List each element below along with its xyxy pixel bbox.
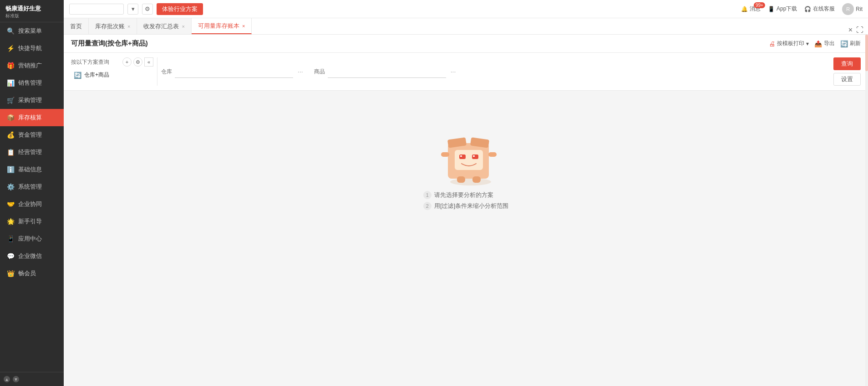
app-download-button[interactable]: 📱 App下载 [768, 5, 797, 13]
dropdown-button[interactable]: ▾ [127, 4, 138, 15]
message-button[interactable]: 🔔 消息 99+ [741, 5, 761, 13]
customer-service-button[interactable]: 🎧 在线客服 [804, 5, 835, 13]
scheme-item-warehouse-product[interactable]: 🔄 仓库+商品 [71, 69, 153, 81]
sidebar-item-appcenter[interactable]: 📱 应用中心 [0, 230, 64, 247]
empty-tip-2: 2 用[过滤]条件来缩小分析范围 [423, 202, 508, 210]
refresh-label: 刷新 [850, 40, 861, 47]
sidebar-scroll-down[interactable]: ▼ [13, 376, 19, 382]
tab-available-ledger[interactable]: 可用量库存账本 × [192, 18, 252, 34]
sidebar-item-newbie[interactable]: 🌟 新手引导 [0, 213, 64, 230]
sidebar-item-label: 系统管理 [18, 183, 42, 191]
query-button[interactable]: 查询 [833, 57, 861, 70]
gift-icon: 🎁 [6, 62, 15, 69]
sidebar-item-purchase[interactable]: 🛒 采购管理 [0, 92, 64, 109]
chevron-down-icon: ▾ [132, 5, 135, 12]
sidebar-item-label: 经营管理 [18, 148, 42, 156]
settings-button[interactable]: 设置 [833, 73, 861, 86]
svg-rect-6 [472, 154, 478, 159]
svg-rect-9 [441, 152, 449, 157]
export-button[interactable]: 📤 导出 [814, 40, 835, 47]
tab-batch-account-label: 库存批次账 [95, 22, 125, 31]
page-title: 可用量查询(按仓库+商品) [71, 39, 148, 48]
sidebar-item-label: 库存核算 [18, 113, 42, 122]
tab-collect-account-label: 收发存汇总表 [143, 22, 179, 31]
tip-text-1: 请先选择要分析的方案 [434, 191, 493, 199]
tab-home-label: 首页 [70, 22, 82, 31]
gear-icon: ⚙ [145, 5, 150, 12]
gear-icon: ⚙️ [6, 183, 15, 190]
tab-bar-right: × ⛶ [844, 26, 868, 34]
scrollbar-thumb[interactable] [865, 35, 868, 71]
tip-num-1: 1 [423, 191, 431, 199]
filter-fields: 仓库 ··· 商品 ··· [161, 57, 824, 86]
print-icon: 🖨 [769, 40, 775, 47]
sidebar-item-sales[interactable]: 📊 销售管理 [0, 74, 64, 92]
headset-icon: 🎧 [804, 6, 811, 12]
sidebar-logo: 畅康通好生意 标准版 [0, 0, 64, 22]
sidebar-item-quick-nav[interactable]: ⚡ 快捷导航 [0, 40, 64, 57]
tab-available-ledger-close[interactable]: × [242, 23, 245, 29]
scheme-panel: 按以下方案查询 + ⚙ « 🔄 仓库+商品 [71, 57, 157, 86]
warehouse-more-button[interactable]: ··· [296, 68, 305, 75]
warehouse-label: 仓库 [161, 68, 172, 76]
tab-home[interactable]: 首页 [64, 18, 89, 34]
svg-rect-12 [472, 176, 481, 183]
right-scrollbar[interactable] [865, 35, 868, 386]
settings-scheme-button[interactable]: ⚙ [133, 57, 142, 67]
scheme-actions: + ⚙ « [122, 57, 153, 67]
settings-icon-button[interactable]: ⚙ [142, 4, 153, 15]
sidebar-item-system[interactable]: ⚙️ 系统管理 [0, 178, 64, 196]
export-icon: 📤 [814, 40, 822, 47]
svg-point-0 [450, 178, 491, 185]
clipboard-icon: 📋 [6, 149, 15, 156]
sidebar-scroll-up[interactable]: ▲ [4, 376, 10, 382]
warehouse-input[interactable] [175, 65, 293, 78]
search-input[interactable] [69, 4, 124, 15]
chart-icon: 📊 [6, 79, 15, 87]
add-scheme-button[interactable]: + [122, 57, 132, 67]
sidebar-item-label: 采购管理 [18, 96, 42, 104]
tab-collect-account[interactable]: 收发存汇总表 × [137, 18, 191, 34]
sidebar-item-label: 企业协同 [18, 200, 42, 208]
svg-rect-8 [473, 155, 475, 157]
tab-collect-account-close[interactable]: × [182, 24, 184, 29]
user-profile-button[interactable]: R Rit [842, 3, 863, 15]
print-dropdown-icon: ▾ [806, 41, 809, 47]
tab-batch-account[interactable]: 库存批次账 × [89, 18, 137, 34]
user-label: Rit [856, 6, 863, 12]
sidebar-item-label: 搜索菜单 [18, 27, 42, 35]
topbar: ▾ ⚙ 体验行业方案 🔔 消息 99+ 📱 App下载 🎧 在线客服 R Rit [64, 0, 868, 18]
tab-batch-account-close[interactable]: × [127, 24, 130, 29]
product-filter-group: 商品 ··· [314, 65, 458, 78]
scheme-item-label: 仓库+商品 [84, 71, 109, 79]
product-more-button[interactable]: ··· [449, 68, 458, 75]
sidebar-item-member[interactable]: 👑 畅会员 [0, 265, 64, 282]
sidebar-item-finance[interactable]: 💰 资金管理 [0, 126, 64, 144]
sidebar-item-label: 营销推广 [18, 62, 42, 70]
service-label: 在线客服 [813, 5, 835, 13]
avatar: R [842, 3, 854, 15]
sidebar-item-search[interactable]: 🔍 搜索菜单 [0, 22, 64, 40]
empty-tip-1: 1 请先选择要分析的方案 [423, 191, 508, 199]
sidebar-item-enterprise[interactable]: 🤝 企业协同 [0, 196, 64, 213]
empty-svg [439, 127, 503, 186]
warehouse-filter-group: 仓库 ··· [161, 65, 305, 78]
sidebar-nav: 🔍 搜索菜单 ⚡ 快捷导航 🎁 营销推广 📊 销售管理 🛒 采购管理 📦 库存核… [0, 22, 64, 372]
collapse-scheme-button[interactable]: « [144, 57, 153, 67]
sidebar-item-label: 新手引导 [18, 217, 42, 226]
sidebar-item-marketing[interactable]: 🎁 营销推广 [0, 57, 64, 74]
app-label: App下载 [777, 5, 797, 13]
lightning-icon: ⚡ [6, 45, 15, 52]
experience-button[interactable]: 体验行业方案 [157, 3, 203, 15]
refresh-button[interactable]: 🔄 刷新 [840, 40, 861, 47]
tab-close-all-button[interactable]: × [848, 26, 853, 34]
sidebar-item-inventory[interactable]: 📦 库存核算 [0, 109, 64, 126]
info-icon: ℹ️ [6, 166, 15, 173]
sidebar-item-base[interactable]: ℹ️ 基础信息 [0, 161, 64, 178]
sidebar-item-operations[interactable]: 📋 经营管理 [0, 144, 64, 161]
print-button[interactable]: 🖨 按模板打印 ▾ [769, 40, 809, 47]
sidebar-bottom[interactable]: ▲ ▼ [0, 372, 64, 386]
tab-expand-button[interactable]: ⛶ [856, 26, 863, 34]
product-input[interactable] [328, 65, 446, 78]
sidebar-item-wechat[interactable]: 💬 企业微信 [0, 247, 64, 265]
